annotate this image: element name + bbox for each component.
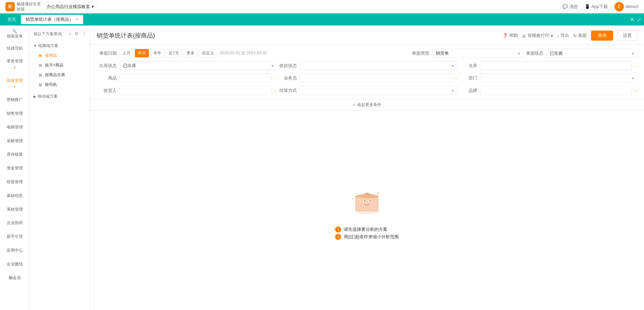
sidebar-item-wechat[interactable]: 企业微信	[0, 257, 29, 271]
panel-item-by-category[interactable]: ▦ 按商品分类	[30, 70, 90, 80]
settlement-select[interactable]	[300, 86, 457, 95]
filter-row-2: 出库状态 已出库 收款状态 仓库	[97, 61, 637, 70]
date-btn-last-month[interactable]: 上月	[119, 49, 133, 57]
filter-doc-type: 单据类型 销货单	[409, 49, 523, 58]
settings-scheme-button[interactable]: ⚙	[74, 31, 79, 37]
date-btn-more[interactable]: 更多	[183, 49, 198, 57]
print-arrow-icon: ▾	[551, 33, 553, 38]
export-icon: ↓	[557, 33, 559, 38]
sidebar-item-basic[interactable]: 基础信息	[0, 189, 29, 203]
filter-brand: 品牌 ···	[457, 86, 637, 95]
sidebar-item-finance[interactable]: 资金管理	[0, 161, 29, 175]
filter-out-status: 出库状态 已出库	[97, 61, 277, 70]
left-panel: 按以下方案查询 ＋ ⚙ 《 ▼ 电脑端方案 ◉ 按商品 ▦ 按月+商品 ▦ 按	[30, 25, 90, 310]
refresh-button[interactable]: ↻ 刷新	[573, 33, 587, 39]
sidebar-item-member[interactable]: 畅会员	[0, 271, 29, 285]
doc-type-select[interactable]: 销货单	[432, 49, 523, 58]
filter-payment-status: 收款状态	[277, 61, 457, 70]
svg-text:✦: ✦	[376, 191, 380, 196]
empty-step-2-text: 用[过滤]条件来缩小分析范围	[344, 234, 398, 240]
panel-item-by-driver[interactable]: ▦ 按司机	[30, 80, 90, 90]
filter-row-3: 商品 ··· 业务员 ··· 部门	[97, 73, 637, 83]
doc-type-wrapper: 销货单	[432, 49, 523, 58]
collapse-panel-button[interactable]: 《	[81, 31, 86, 37]
panel-item-by-goods[interactable]: ◉ 按商品	[30, 51, 90, 60]
sidebar-item-newuser[interactable]: 新手引导	[0, 230, 29, 244]
sidebar-item-retail[interactable]: 零售管理 ▲	[0, 54, 29, 74]
salesman-input[interactable]	[300, 73, 452, 83]
settlement-wrapper	[300, 86, 457, 95]
filter-goods: 商品 ···	[97, 73, 277, 83]
step-1-number: 1	[335, 226, 341, 232]
brand-more-icon[interactable]: ···	[633, 88, 637, 93]
sidebar-item-system[interactable]: 系统管理	[0, 203, 29, 216]
goods-input[interactable]	[119, 73, 272, 83]
panel-item-by-month-goods[interactable]: ▦ 按月+商品	[30, 60, 90, 70]
search-icon: 🔍	[3, 29, 26, 34]
expand-icon[interactable]: ⤢	[637, 16, 641, 23]
chevron-down-icon: ▼	[34, 44, 37, 48]
sidebar-quick-nav[interactable]: 快捷导航	[0, 43, 29, 54]
top-bar-right: 💬 消息 📱 App下载 E demo2	[562, 2, 639, 11]
svg-rect-1	[355, 196, 379, 211]
salesman-more-icon[interactable]: ···	[453, 75, 457, 81]
date-btn-this-month[interactable]: 本月	[135, 49, 149, 57]
setting-button[interactable]: 设置	[617, 30, 637, 41]
recipient-input[interactable]	[119, 86, 272, 95]
date-btn-7days[interactable]: 近7天	[166, 49, 182, 57]
chevron-right-icon: ▶	[34, 95, 36, 98]
sidebar-item-sales[interactable]: 销售管理	[0, 107, 29, 120]
page-title: 销货单统计表(按商品)	[97, 32, 155, 40]
tab-sales-stat[interactable]: 销货单统计表（按商品） ✕	[21, 15, 83, 24]
goods-more-icon[interactable]: ···	[273, 75, 277, 81]
panel-section-desktop-title[interactable]: ▼ 电脑端方案	[30, 41, 90, 51]
sidebar-item-wholesale[interactable]: 批发管理 ▲	[0, 74, 29, 93]
refresh-icon: ↻	[573, 33, 577, 38]
panel-section-mobile: ▶ 移动端方案	[30, 92, 90, 101]
query-button[interactable]: 查询	[591, 31, 613, 41]
out-status-select[interactable]: 已出库	[119, 61, 277, 70]
panel-section-desktop: ▼ 电脑端方案 ◉ 按商品 ▦ 按月+商品 ▦ 按商品分类 ▦ 按司机	[30, 41, 90, 90]
table-icon: ▦	[38, 82, 43, 88]
user-menu[interactable]: E demo2	[614, 2, 639, 11]
sidebar-search[interactable]: 🔍 搜索菜单	[0, 25, 29, 43]
logo[interactable]: 好 畅捷通好生意 标版	[5, 2, 41, 11]
filter-area: 单据日期 上月 本月 本年 近7天 更多 自定义 2023-03-01 至 20…	[90, 45, 644, 99]
tab-home[interactable]: 首页	[3, 15, 21, 24]
filter-salesman: 业务员 ···	[277, 73, 457, 83]
workspace-selector[interactable]: 办公用品行业模拟账套 ▾	[44, 2, 97, 11]
sidebar-item-management[interactable]: 经营管理	[0, 175, 29, 189]
filter-row-4: 收货人 ··· 结算方式 品牌 ···	[97, 86, 637, 95]
sidebar-item-ecommerce[interactable]: 电商管理	[0, 120, 29, 134]
sidebar-item-purchase[interactable]: 采购管理	[0, 134, 29, 148]
close-window-icon[interactable]: ✕	[630, 16, 634, 23]
empty-step-1: 1 请先选择要分析的方案	[335, 226, 398, 232]
export-button[interactable]: ↓ 导出	[557, 33, 570, 39]
payment-status-select[interactable]	[300, 61, 457, 70]
panel-section-mobile-title[interactable]: ▶ 移动端方案	[30, 92, 90, 101]
sidebar-item-inventory[interactable]: 库存核算	[0, 148, 29, 161]
doc-status-select[interactable]: 已生效	[546, 49, 637, 58]
warehouse-more-icon[interactable]: ···	[633, 63, 637, 68]
filter-doc-status: 单据状态 已生效	[523, 49, 637, 58]
sidebar-item-appcenter[interactable]: 应用中心	[0, 244, 29, 257]
brand-input[interactable]	[480, 86, 632, 95]
doc-status-wrapper: 已生效	[546, 49, 637, 58]
message-button[interactable]: 💬 消息	[562, 4, 578, 10]
collapse-bar[interactable]: ∧ 收起更多条件	[90, 99, 644, 111]
app-download-button[interactable]: 📱 App下载	[585, 4, 608, 10]
tab-bar-actions: ✕ ⤢	[630, 16, 641, 23]
department-select[interactable]	[480, 73, 637, 83]
tab-close-icon[interactable]: ✕	[75, 17, 78, 22]
chevron-down-icon: ▾	[92, 4, 94, 9]
print-button[interactable]: 🖨 按模板打印 ▾	[522, 33, 553, 39]
add-scheme-button[interactable]: ＋	[68, 31, 72, 37]
recipient-more-icon[interactable]: ···	[273, 88, 277, 93]
help-button[interactable]: ❓ 帮助	[502, 33, 518, 39]
sidebar-item-marketing[interactable]: 营销推广	[0, 93, 29, 107]
sidebar-item-collab[interactable]: 企业协同	[0, 216, 29, 230]
warehouse-input[interactable]	[480, 61, 632, 70]
date-btn-this-year[interactable]: 本年	[150, 49, 164, 57]
sidebar-menu: 零售管理 ▲ 批发管理 ▲ 营销推广 销售管理 电商管理 采购管理 库存核算	[0, 54, 29, 310]
date-btn-custom[interactable]: 自定义	[199, 49, 217, 57]
